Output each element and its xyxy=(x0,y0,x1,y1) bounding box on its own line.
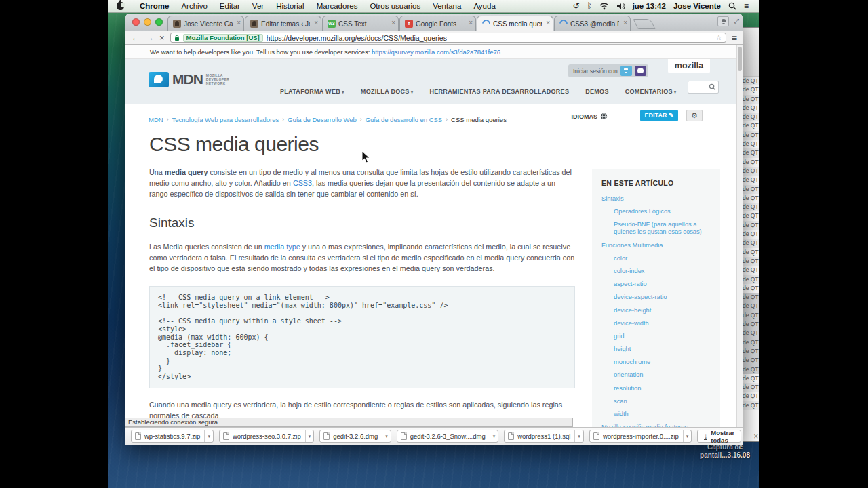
tab-close-icon[interactable]: × xyxy=(314,19,318,27)
toc-link[interactable]: orientation xyxy=(614,371,712,379)
settings-gear-button[interactable]: ⚙ xyxy=(686,110,703,121)
toc-link[interactable]: color xyxy=(614,255,712,262)
download-caret-icon[interactable]: ▾ xyxy=(305,430,314,442)
close-window-button[interactable] xyxy=(132,18,140,26)
mdn-nav-herramientas[interactable]: HERRAMIENTAS PARA DESARROLLADORES xyxy=(429,88,569,95)
menu-item-historial[interactable]: Historial xyxy=(270,0,311,13)
download-item[interactable]: gedit-3.2.6-3_Snow....dmg▾ xyxy=(397,430,498,443)
minimize-window-button[interactable] xyxy=(144,18,151,26)
download-item[interactable]: wordpress-importer.0....zip▾ xyxy=(589,430,692,443)
page-scrollbar[interactable] xyxy=(736,45,743,427)
code-block[interactable]: <!-- CSS media query on a link element -… xyxy=(149,286,575,388)
menu-item-chrome[interactable]: Chrome xyxy=(134,0,175,13)
url-text[interactable]: https://developer.mozilla.org/es/docs/CS… xyxy=(267,34,447,42)
inline-link[interactable]: media type xyxy=(264,243,300,251)
toc-link[interactable]: Funciones Multimedia xyxy=(601,242,712,249)
download-caret-icon[interactable]: ▾ xyxy=(574,430,583,442)
notification-center-icon[interactable]: ≡ xyxy=(744,0,749,13)
chrome-menu-icon[interactable]: ≡ xyxy=(732,33,737,43)
tab-close-icon[interactable]: × xyxy=(391,19,395,27)
menu-item-ver[interactable]: Ver xyxy=(246,0,270,13)
breadcrumb-link[interactable]: MDN xyxy=(149,116,163,123)
toc-link[interactable]: monochrome xyxy=(614,359,712,366)
survey-link[interactable]: https://qsurvey.mozilla.com/s3/da2a7841f… xyxy=(372,48,500,56)
browser-tab[interactable]: w3CSS Text× xyxy=(322,16,399,31)
toc-link[interactable]: color-index xyxy=(614,268,712,275)
toc-link[interactable]: Sintaxis xyxy=(601,195,712,203)
idiomas-button[interactable]: IDIOMAS xyxy=(571,113,608,120)
menu-bar-user[interactable]: Jose Vicente xyxy=(673,2,721,10)
show-all-downloads-button[interactable]: ↓ Mostrar todas xyxy=(697,430,741,443)
zoom-window-button[interactable] xyxy=(155,18,163,26)
status-tooltip: Estableciendo conexión segura... xyxy=(125,418,573,427)
mdn-nav-comentarios[interactable]: COMENTARIOS▾ xyxy=(625,88,677,95)
bluetooth-icon[interactable]: ᛒ xyxy=(587,0,591,13)
menu-item-editar[interactable]: Editar xyxy=(214,0,246,13)
download-item[interactable]: wp-statistics.9.7.zip▾ xyxy=(131,430,214,443)
inline-link[interactable]: CSS3 xyxy=(293,179,312,187)
tab-close-icon[interactable]: × xyxy=(623,19,627,27)
ev-certificate-badge[interactable]: Mozilla Foundation [US] xyxy=(183,34,263,42)
menu-bar-clock[interactable]: jue 13:42 xyxy=(633,2,666,10)
toc-link[interactable]: device-aspect-ratio xyxy=(614,293,712,301)
toc-link[interactable]: device-width xyxy=(614,320,712,327)
tab-close-icon[interactable]: × xyxy=(469,19,473,27)
browser-tab[interactable]: Jose Vicente Carratala - Fo× xyxy=(167,16,244,31)
downloads-bar-close-icon[interactable]: × xyxy=(747,432,760,441)
browser-tab[interactable]: CSS media queries – CSS |× xyxy=(477,16,553,31)
profile-avatar-button[interactable] xyxy=(717,16,729,26)
toc-link[interactable]: height xyxy=(614,346,712,353)
fullscreen-icon[interactable]: ⤢ xyxy=(734,18,738,25)
mdn-nav-plataforma[interactable]: PLATAFORMA WEB▾ xyxy=(280,88,344,95)
browser-tab[interactable]: Editar temas ‹ Jose Vicente× xyxy=(245,16,321,31)
toc-link[interactable]: aspect-ratio xyxy=(614,281,712,288)
breadcrumb-link[interactable]: Guía de desarrollo en CSS xyxy=(366,116,443,123)
menu-item-ventana[interactable]: Ventana xyxy=(427,0,467,13)
download-item[interactable]: wordpress-seo.3.0.7.zip▾ xyxy=(219,430,314,443)
toc-link[interactable]: Pseudo-BNF (para aquellos a quienes les … xyxy=(614,221,712,236)
persona-login-button[interactable] xyxy=(620,66,632,76)
forward-button[interactable]: → xyxy=(145,32,154,44)
github-login-button[interactable] xyxy=(635,66,646,76)
breadcrumb-link[interactable]: Tecnología Web para desarrolladores xyxy=(172,116,279,123)
browser-tab[interactable]: fGoogle Fonts× xyxy=(399,16,476,31)
desktop-file-label[interactable]: Captura de pantall...3.16.08 xyxy=(700,443,750,460)
download-caret-icon[interactable]: ▾ xyxy=(204,430,213,442)
omnibox[interactable]: Mozilla Foundation [US] https://develope… xyxy=(170,33,726,43)
scrollbar-thumb[interactable] xyxy=(738,47,742,71)
download-caret-icon[interactable]: ▾ xyxy=(382,430,391,442)
browser-tab[interactable]: CSS3 @media Rule× xyxy=(554,16,631,31)
back-button[interactable]: ← xyxy=(131,32,140,44)
new-tab-button[interactable] xyxy=(633,19,656,29)
breadcrumb-link[interactable]: Guía de Desarrollo Web xyxy=(288,116,357,123)
mdn-logo[interactable]: MDN MOZILLA DEVELOPER NETWORK xyxy=(149,71,229,87)
volume-icon[interactable] xyxy=(616,3,625,10)
toc-link[interactable]: resolution xyxy=(614,385,712,392)
toc-link[interactable]: scan xyxy=(614,398,712,405)
menu-item-ayuda[interactable]: Ayuda xyxy=(467,0,501,13)
toc-link[interactable]: device-height xyxy=(614,307,712,314)
download-caret-icon[interactable]: ▾ xyxy=(490,430,498,442)
toc-link[interactable]: Operadores Lógicos xyxy=(614,208,712,216)
mdn-nav-demos[interactable]: DEMOS xyxy=(585,88,609,95)
tab-close-icon[interactable]: × xyxy=(237,19,241,27)
mozilla-wordmark-tab[interactable]: mozilla xyxy=(668,59,710,73)
toc-link[interactable]: width xyxy=(614,411,712,418)
menu-item-marcadores[interactable]: Marcadores xyxy=(311,0,364,13)
tab-close-icon[interactable]: × xyxy=(546,19,550,27)
download-caret-icon[interactable]: ▾ xyxy=(683,430,692,442)
apple-icon[interactable] xyxy=(117,2,124,10)
wifi-icon[interactable] xyxy=(599,3,609,10)
download-item[interactable]: wordpress1 (1).sql▾ xyxy=(504,430,584,443)
time-machine-icon[interactable]: ↺ xyxy=(572,0,579,13)
stop-button[interactable]: × xyxy=(159,32,165,44)
spotlight-icon[interactable] xyxy=(728,2,736,10)
editar-button[interactable]: EDITAR ✎ xyxy=(640,110,678,121)
bookmark-star-icon[interactable]: ☆ xyxy=(715,33,722,42)
search-input[interactable] xyxy=(688,81,719,94)
menu-item-otros-usuarios[interactable]: Otros usuarios xyxy=(363,0,427,13)
download-item[interactable]: gedit-3.2.6.dmg▾ xyxy=(319,430,391,443)
toc-link[interactable]: grid xyxy=(614,333,712,340)
mdn-nav-mozilla[interactable]: MOZILLA DOCS▾ xyxy=(361,88,414,95)
menu-item-archivo[interactable]: Archivo xyxy=(175,0,213,13)
